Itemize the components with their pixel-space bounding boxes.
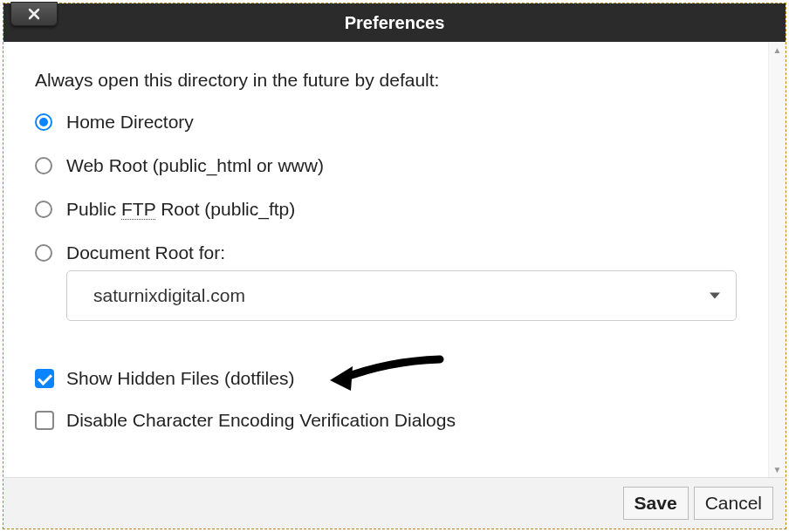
- docroot-select[interactable]: saturnixdigital.com: [66, 270, 737, 321]
- docroot-select-value: saturnixdigital.com: [93, 285, 245, 306]
- close-icon: [28, 8, 40, 20]
- close-button[interactable]: [10, 2, 58, 26]
- checkbox-row-encoding[interactable]: Disable Character Encoding Verification …: [35, 410, 737, 431]
- radio-ftp[interactable]: [35, 201, 52, 218]
- dialog-titlebar: Preferences: [3, 3, 786, 42]
- save-button[interactable]: Save: [623, 487, 689, 520]
- radio-option-home[interactable]: Home Directory: [35, 112, 737, 133]
- radio-docroot[interactable]: [35, 244, 52, 262]
- radio-docroot-label: Document Root for:: [66, 242, 225, 263]
- cancel-button[interactable]: Cancel: [694, 487, 773, 520]
- radio-ftp-label: Public FTP Root (public_ftp): [66, 199, 295, 220]
- default-directory-prompt: Always open this directory in the future…: [35, 70, 737, 91]
- checkbox-encoding-label: Disable Character Encoding Verification …: [66, 410, 456, 431]
- radio-home-label: Home Directory: [66, 112, 194, 133]
- radio-option-ftp[interactable]: Public FTP Root (public_ftp): [35, 199, 737, 220]
- dialog-title: Preferences: [345, 13, 445, 33]
- dialog-content: Always open this directory in the future…: [3, 42, 768, 477]
- checkbox-row-hidden-files[interactable]: Show Hidden Files (dotfiles): [35, 368, 737, 389]
- scroll-up-icon[interactable]: ▲: [769, 42, 786, 58]
- checkbox-hidden-files-label: Show Hidden Files (dotfiles): [66, 368, 294, 389]
- vertical-scrollbar[interactable]: ▲ ▼: [768, 42, 786, 477]
- radio-option-webroot[interactable]: Web Root (public_html or www): [35, 155, 737, 176]
- dialog-footer: Save Cancel: [3, 477, 786, 529]
- radio-webroot-label: Web Root (public_html or www): [66, 155, 324, 176]
- radio-option-docroot[interactable]: Document Root for:: [35, 242, 737, 263]
- checkbox-hidden-files[interactable]: [35, 369, 54, 388]
- checkbox-encoding[interactable]: [35, 411, 54, 430]
- scroll-down-icon[interactable]: ▼: [769, 461, 786, 477]
- radio-home[interactable]: [35, 113, 52, 131]
- preferences-dialog: Preferences Always open this directory i…: [3, 3, 786, 529]
- radio-webroot[interactable]: [35, 157, 52, 174]
- chevron-down-icon: [710, 293, 720, 299]
